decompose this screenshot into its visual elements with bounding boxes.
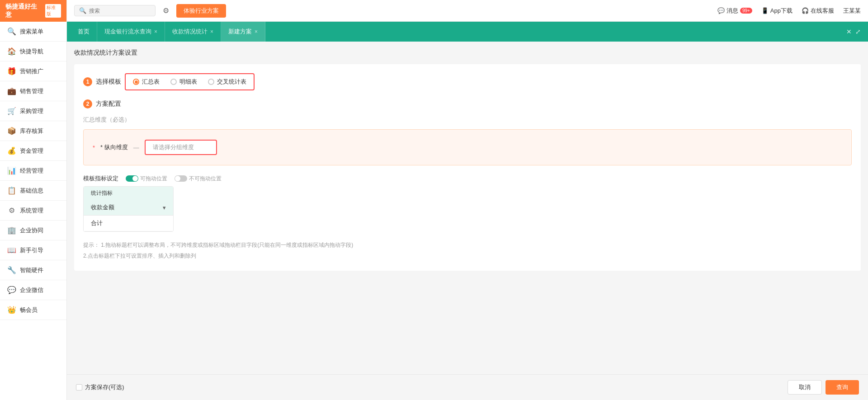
sidebar-item-wechat[interactable]: 💬 企业微信 bbox=[0, 280, 66, 300]
tab-close-receipt-stat[interactable]: × bbox=[210, 28, 213, 35]
step2-title: 方案配置 bbox=[96, 100, 121, 108]
tab-label-bank-flow: 现金银行流水查询 bbox=[104, 28, 151, 36]
maximize-icon[interactable]: ⤢ bbox=[855, 28, 861, 35]
guide-icon: 📖 bbox=[7, 246, 16, 254]
tab-close-new-plan[interactable]: × bbox=[255, 28, 258, 35]
bottom-bar: 方案保存(可选) 取消 查询 bbox=[67, 374, 868, 400]
sidebar-item-sales[interactable]: 💼 销售管理 bbox=[0, 81, 66, 101]
sidebar-label-quick-nav: 快捷导航 bbox=[20, 47, 43, 56]
save-checkbox[interactable]: 方案保存(可选) bbox=[76, 383, 124, 391]
sidebar-item-guide[interactable]: 📖 新手引导 bbox=[0, 240, 66, 260]
tab-home[interactable]: 首页 bbox=[71, 22, 97, 42]
sidebar-label-purchase: 采购管理 bbox=[20, 107, 43, 115]
tab-close-bank-flow[interactable]: × bbox=[154, 28, 157, 35]
tab-bank-flow[interactable]: 现金银行流水查询× bbox=[97, 22, 165, 42]
download-label: App下载 bbox=[770, 7, 793, 15]
user-item[interactable]: 王某某 bbox=[843, 7, 861, 15]
gear-icon[interactable]: ⚙ bbox=[163, 6, 169, 15]
service-label: 在线客服 bbox=[811, 7, 834, 15]
tab-receipt-stat[interactable]: 收款情况统计× bbox=[165, 22, 221, 42]
sidebar-label-finance: 资金管理 bbox=[20, 147, 43, 155]
notification-item[interactable]: 💬 消息 99+ bbox=[717, 7, 752, 15]
notification-label: 消息 bbox=[726, 7, 738, 15]
sidebar-label-sales: 销售管理 bbox=[20, 87, 43, 95]
template-radio-group: 汇总表明细表交叉统计表 bbox=[125, 73, 255, 90]
metrics-header: 模板指标设定 可拖动位置 不可拖动位置 bbox=[83, 174, 852, 183]
logo-text: 畅捷通好生意 bbox=[5, 3, 42, 19]
step1-header: 1 选择模板 汇总表明细表交叉统计表 bbox=[83, 73, 852, 90]
tab-label-receipt-stat: 收款情况统计 bbox=[172, 28, 208, 36]
metrics-cell-total: 合计 bbox=[84, 216, 173, 231]
sidebar-item-system[interactable]: ⚙ 系统管理 bbox=[0, 201, 66, 221]
content-area: 收款情况统计方案设置 1 选择模板 汇总表明细表交叉统计表 2 方案配置 汇总维… bbox=[67, 42, 868, 374]
dimension-section-title: 汇总维度（必选） bbox=[83, 116, 852, 124]
radio-circle-cross bbox=[208, 79, 214, 85]
radio-detail[interactable]: 明细表 bbox=[170, 78, 197, 86]
sidebar-item-quick-nav[interactable]: 🏠 快捷导航 bbox=[0, 42, 66, 61]
radio-summary[interactable]: 汇总表 bbox=[133, 78, 160, 86]
dimension-row-label: * 纵向维度 bbox=[100, 143, 128, 151]
metrics-label: 模板指标设定 bbox=[83, 174, 118, 183]
sidebar-item-marketing[interactable]: 🎁 营销推广 bbox=[0, 61, 66, 81]
header-right: 💬 消息 99+ 📱 App下载 🎧 在线客服 王某某 bbox=[717, 7, 861, 15]
sidebar-item-purchase[interactable]: 🛒 采购管理 bbox=[0, 101, 66, 121]
sidebar-item-finance[interactable]: 💰 资金管理 bbox=[0, 141, 66, 161]
sidebar-label-inventory: 库存核算 bbox=[20, 127, 43, 135]
sidebar-label-search-menu: 搜索菜单 bbox=[20, 28, 43, 36]
metrics-col-dropdown-icon[interactable]: ▾ bbox=[163, 204, 166, 211]
sidebar-item-operation[interactable]: 📊 经营管理 bbox=[0, 161, 66, 181]
drag-hint-on: 可拖动位置 bbox=[126, 175, 167, 183]
sidebar-item-search-menu[interactable]: 🔍 搜索菜单 bbox=[0, 22, 66, 42]
tab-label-home: 首页 bbox=[78, 28, 90, 36]
quick-nav-icon: 🏠 bbox=[7, 47, 16, 56]
drag-on-toggle[interactable] bbox=[126, 175, 138, 182]
service-icon: 🎧 bbox=[802, 7, 809, 14]
hardware-icon: 🔧 bbox=[7, 266, 16, 274]
logo-badge: 标准版 bbox=[45, 4, 61, 18]
tip-item: 提示： 1.拖动标题栏可以调整布局，不可跨维度或指标区域拖动栏目字段(只能在同一… bbox=[83, 240, 852, 250]
radio-label-detail: 明细表 bbox=[179, 78, 197, 86]
notification-icon: 💬 bbox=[717, 7, 725, 14]
step1-title: 选择模板 bbox=[96, 78, 121, 86]
metrics-section: 模板指标设定 可拖动位置 不可拖动位置 统计指标 收款金 bbox=[83, 174, 852, 261]
query-button[interactable]: 查询 bbox=[826, 380, 859, 395]
tab-label-new-plan: 新建方案 bbox=[228, 28, 252, 36]
radio-circle-detail bbox=[170, 79, 177, 85]
dimension-area: * * 纵向维度 — 请选择分组维度 bbox=[83, 129, 852, 165]
bottom-actions: 取消 查询 bbox=[788, 380, 859, 395]
search-icon: 🔍 bbox=[79, 7, 86, 14]
sidebar-label-member: 畅会员 bbox=[20, 306, 38, 314]
sidebar-item-hardware[interactable]: 🔧 智能硬件 bbox=[0, 260, 66, 280]
dimension-select-button[interactable]: 请选择分组维度 bbox=[145, 140, 217, 155]
tab-new-plan[interactable]: 新建方案× bbox=[221, 22, 265, 42]
main-card: 1 选择模板 汇总表明细表交叉统计表 2 方案配置 汇总维度（必选） * bbox=[74, 64, 861, 271]
step2-badge: 2 bbox=[83, 99, 92, 108]
sidebar-label-basic-info: 基础信息 bbox=[20, 187, 43, 195]
drag-off-toggle[interactable] bbox=[175, 175, 187, 182]
sidebar-item-corp[interactable]: 🏢 企业协同 bbox=[0, 221, 66, 240]
search-input[interactable] bbox=[89, 8, 151, 14]
tip-item: 2.点击标题栏下拉可设置排序、插入列和删除列 bbox=[83, 251, 852, 261]
trial-button[interactable]: 体验行业方案 bbox=[176, 4, 226, 18]
sidebar-item-basic-info[interactable]: 📋 基础信息 bbox=[0, 181, 66, 201]
search-box[interactable]: 🔍 bbox=[74, 5, 156, 16]
operation-icon: 📊 bbox=[7, 166, 16, 175]
step1-badge: 1 bbox=[83, 77, 92, 86]
sidebar-item-inventory[interactable]: 📦 库存核算 bbox=[0, 121, 66, 141]
save-checkbox-box[interactable] bbox=[76, 384, 82, 391]
corp-icon: 🏢 bbox=[7, 226, 16, 235]
marketing-icon: 🎁 bbox=[7, 67, 16, 75]
close-window-icon[interactable]: ✕ bbox=[846, 28, 852, 35]
sidebar-label-corp: 企业协同 bbox=[20, 226, 43, 235]
download-item[interactable]: 📱 App下载 bbox=[761, 7, 793, 15]
sidebar-item-member[interactable]: 👑 畅会员 bbox=[0, 300, 66, 320]
radio-circle-summary bbox=[133, 79, 139, 85]
radio-label-summary: 汇总表 bbox=[142, 78, 160, 86]
service-item[interactable]: 🎧 在线客服 bbox=[802, 7, 834, 15]
dimension-row: * * 纵向维度 — 请选择分组维度 bbox=[93, 140, 217, 155]
cancel-button[interactable]: 取消 bbox=[788, 380, 822, 395]
sidebar-label-guide: 新手引导 bbox=[20, 246, 43, 254]
sidebar-label-hardware: 智能硬件 bbox=[20, 266, 43, 274]
dimension-arrow: — bbox=[133, 144, 139, 151]
radio-cross[interactable]: 交叉统计表 bbox=[208, 78, 246, 86]
